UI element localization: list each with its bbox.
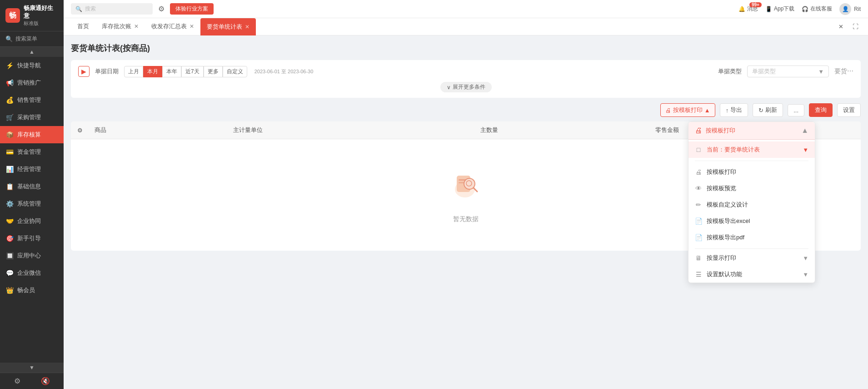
sidebar-item-operations[interactable]: 📊 经营管理 [0, 161, 64, 178]
date-btn-more[interactable]: 更多 [204, 66, 223, 77]
sidebar-item-label: 销售管理 [17, 96, 41, 104]
logo-text: 畅康通好生意 标准版 [24, 5, 58, 26]
tab-order-stats-close[interactable]: ✕ [245, 24, 249, 30]
template-print-label: 按模板打印 [707, 168, 736, 176]
topbar-search[interactable]: 🔍 搜索 [71, 3, 153, 15]
dropdown-item-template-design[interactable]: ✏ 模板自定义设计 [688, 197, 815, 213]
date-btn-current[interactable]: 本月 [143, 66, 162, 77]
sidebar-item-label: 畅会员 [17, 286, 35, 294]
tab-close-right-btn[interactable]: ✕ [835, 21, 846, 32]
dropdown-item-template-print[interactable]: 🖨 按模板打印 [688, 164, 815, 180]
dropdown-section-items: 🖨 按模板打印 👁 按模板预览 ✏ 模板自定义设计 [688, 162, 815, 248]
display-print-icon: 🖥 [695, 254, 702, 262]
empty-text: 暂无数据 [453, 215, 479, 223]
type-select[interactable]: 单据类型 ▼ [747, 66, 829, 77]
dropdown-display-print[interactable]: 🖥 按显示打印 ▼ [688, 250, 815, 266]
cooperation-icon: 🤝 [5, 217, 14, 225]
sidebar-item-finance[interactable]: 💳 资金管理 [0, 143, 64, 161]
sidebar-scroll-up[interactable]: ▲ [0, 47, 64, 57]
tab-receivable-close[interactable]: ✕ [190, 23, 194, 30]
more-btn[interactable]: ... [788, 104, 804, 116]
date-range-text: 2023-06-01 至 2023-06-30 [254, 68, 314, 75]
print-btn[interactable]: 🖨 按模板打印 ▲ [660, 103, 715, 117]
sidebar: 畅 畅康通好生意 标准版 🔍 搜索菜单 ▲ ⚡ 快捷导航 📢 营销推广 💰 销售… [0, 0, 64, 389]
sidebar-item-label: 资金管理 [17, 148, 41, 156]
query-btn[interactable]: 查询 [809, 103, 833, 117]
refresh-btn[interactable]: ↻ 刷新 [753, 103, 783, 117]
type-label: 单据类型 [718, 67, 742, 76]
date-btn-7days[interactable]: 近7天 [181, 66, 204, 77]
filter-dots[interactable]: 要货⋯ [834, 67, 853, 76]
sidebar-item-label: 系统管理 [17, 200, 41, 208]
sidebar-item-marketing[interactable]: 📢 营销推广 [0, 74, 64, 91]
sidebar-item-cooperation[interactable]: 🤝 企业协同 [0, 212, 64, 230]
topbar: 🔍 搜索 ⚙ 体验行业方案 🔔 消息 99+ 📱 App下载 🎧 在线客服 👤 … [64, 0, 868, 18]
dropdown-item-template-preview[interactable]: 👁 按模板预览 [688, 180, 815, 197]
operations-icon: 📊 [5, 166, 14, 173]
filter-collapse-btn[interactable]: ▶ [78, 66, 90, 77]
sidebar-item-apps[interactable]: 🔲 应用中心 [0, 247, 64, 264]
template-excel-label: 按模板导出excel [707, 217, 750, 225]
template-design-icon: ✏ [695, 201, 702, 208]
sidebar-item-system[interactable]: ⚙️ 系统管理 [0, 195, 64, 212]
expand-more-btn[interactable]: ∨ 展开更多条件 [440, 82, 492, 92]
tab-home[interactable]: 首页 [71, 18, 95, 35]
dropdown-item-template-pdf[interactable]: 📄 按模板导出pdf [688, 229, 815, 246]
filter-card: ▶ 单据日期 上月 本月 本年 近7天 更多 自定义 2023-06-01 至 … [71, 60, 861, 98]
refresh-icon: ↻ [758, 107, 763, 114]
sidebar-item-guide[interactable]: 🎯 新手引导 [0, 230, 64, 247]
col-settings[interactable]: ⚙ [71, 121, 89, 139]
date-btn-this-year[interactable]: 本年 [162, 66, 181, 77]
type-select-value: 单据类型 [752, 67, 776, 76]
col-quantity: 主数量 [475, 121, 650, 139]
template-design-label: 模板自定义设计 [707, 201, 748, 209]
export-btn[interactable]: ↑ 导出 [720, 103, 748, 117]
date-btn-custom[interactable]: 自定义 [223, 66, 247, 77]
expand-bar: ∨ 展开更多条件 [78, 82, 853, 92]
sidebar-item-basic[interactable]: 📋 基础信息 [0, 178, 64, 195]
sidebar-item-inventory[interactable]: 📦 库存核算 [0, 126, 64, 143]
tab-order-stats[interactable]: 要货单统计表 ✕ [200, 18, 256, 35]
col-unit: 主计量单位 [228, 121, 475, 139]
user-menu[interactable]: 👤 Rit [839, 3, 861, 15]
col-goods: 商品 [89, 121, 228, 139]
dropdown-current-label: 当前：要货单统计表 [707, 146, 760, 154]
sidebar-search[interactable]: 🔍 搜索菜单 [0, 31, 64, 47]
sidebar-item-purchase[interactable]: 🛒 采购管理 [0, 109, 64, 126]
sidebar-item-label: 基础信息 [17, 182, 41, 191]
trial-button[interactable]: 体验行业方案 [170, 3, 214, 15]
tab-batch-account-close[interactable]: ✕ [134, 23, 139, 30]
display-print-label: 按显示打印 [707, 254, 736, 262]
topbar-settings-icon[interactable]: ⚙ [158, 5, 165, 13]
tab-maximize-btn[interactable]: ⛶ [850, 21, 861, 32]
settings-icon[interactable]: ⚙ [14, 377, 20, 385]
refresh-label: 刷新 [765, 106, 777, 114]
online-service-btn[interactable]: 🎧 在线客服 [802, 5, 832, 13]
sidebar-item-label: 新手引导 [17, 234, 41, 242]
dropdown-item-template-excel[interactable]: 📄 按模板导出excel [688, 213, 815, 229]
settings-btn[interactable]: 设置 [837, 103, 861, 117]
sidebar-item-sales[interactable]: 💰 销售管理 [0, 91, 64, 109]
sidebar-item-vip[interactable]: 👑 畅会员 [0, 282, 64, 299]
date-btn-prev[interactable]: 上月 [124, 66, 143, 77]
notification-btn[interactable]: 🔔 消息 99+ [738, 5, 758, 13]
mute-icon[interactable]: 🔇 [41, 377, 50, 385]
sidebar-item-label: 企业微信 [17, 269, 41, 277]
sidebar-bottom: ⚙ 🔇 [0, 373, 64, 389]
app-download-label: App下载 [774, 5, 794, 13]
sidebar-scroll-down[interactable]: ▼ [0, 363, 64, 373]
app-download-btn[interactable]: 📱 App下载 [765, 5, 794, 13]
tab-home-label: 首页 [77, 22, 89, 30]
sidebar-item-wechat[interactable]: 💬 企业微信 [0, 264, 64, 282]
dropdown-close-btn[interactable]: ▲ [801, 126, 808, 135]
dropdown-default-func[interactable]: ☰ 设置默认功能 ▼ [688, 266, 815, 283]
tab-receivable[interactable]: 收发存汇总表 ✕ [145, 18, 200, 35]
dropdown-print-icon: 🖨 [695, 126, 702, 135]
notification-icon: 🔔 [738, 6, 745, 12]
dropdown-current-item[interactable]: □ 当前：要货单统计表 ▼ [688, 141, 815, 158]
sidebar-item-quick-nav[interactable]: ⚡ 快捷导航 [0, 57, 64, 74]
tab-batch-account[interactable]: 库存批次账 ✕ [95, 18, 145, 35]
template-preview-label: 按模板预览 [707, 184, 736, 192]
print-label: 按模板打印 [673, 106, 703, 114]
current-indicator-icon: □ [695, 146, 702, 153]
